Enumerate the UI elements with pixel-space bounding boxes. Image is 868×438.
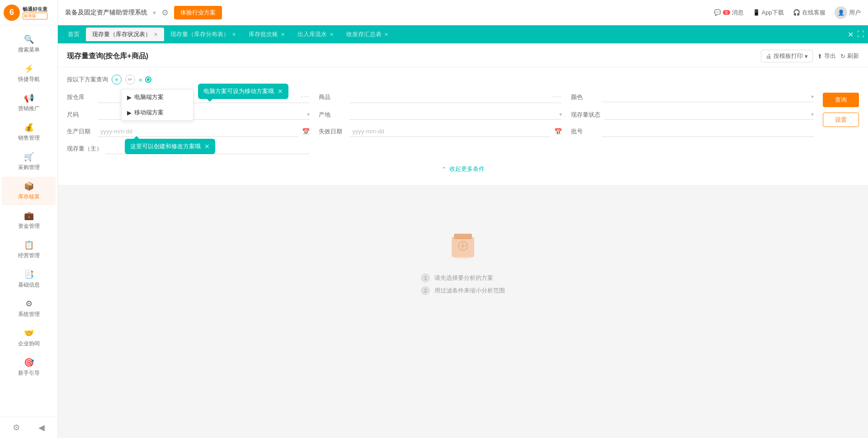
filter-product-control[interactable]: ··· — [349, 91, 561, 103]
search-nav-icon: 🔍 — [24, 34, 34, 44]
sidebar-nav: 🔍 搜索菜单 ⚡ 快捷导航 📢 营销推广 💰 销售管理 🛒 采购管理 📦 库存核… — [0, 25, 57, 417]
product-dots-icon[interactable]: ··· — [553, 93, 561, 101]
tab-close-all-icon[interactable]: ✕ — [848, 30, 854, 39]
sidebar-label-quick-nav: 快捷导航 — [18, 75, 40, 83]
export-label: 导出 — [824, 52, 836, 60]
sidebar-item-system[interactable]: ⚙ 系统管理 — [2, 294, 56, 323]
tab-inout-flow[interactable]: 出入库流水 ✕ — [291, 28, 340, 41]
tab-label-batch-account: 库存批次账 — [249, 30, 278, 38]
filter-area: 按以下方案查询 + ✏ « 电脑方案可设为移动方案哦 ✕ ▶ 电脑端方案 — [58, 67, 868, 185]
empty-step-2: 2 用过滤条件来缩小分析范围 — [421, 286, 505, 295]
filter-dot-indicator — [146, 77, 151, 82]
warehouse-dots-icon[interactable]: ··· — [301, 93, 310, 101]
sidebar-item-cooperation[interactable]: 🤝 企业协同 — [2, 324, 56, 352]
size-chevron-icon[interactable]: ▾ — [307, 111, 310, 118]
sidebar-item-inventory[interactable]: 📦 库存核算 — [2, 177, 56, 205]
scheme-desktop-label: 电脑端方案 — [134, 93, 164, 101]
content-area: 现存量查询(按仓库+商品) 🖨 按模板打印 ▾ ⬆ 导出 ↻ 刷新 — [58, 43, 868, 438]
sidebar-item-operations[interactable]: 📋 经营管理 — [2, 235, 56, 264]
scheme-mobile[interactable]: ▶ 移动端方案 — [122, 105, 193, 120]
sidebar: 6 畅通好生意 标准版 🔍 搜索菜单 ⚡ 快捷导航 📢 营销推广 💰 销售管理 … — [0, 0, 58, 438]
tab-home[interactable]: 首页 — [61, 28, 86, 41]
topbar-message[interactable]: 💬 6 消息 — [714, 9, 744, 17]
expire-date-calendar-icon[interactable]: 📅 — [554, 128, 562, 135]
industry-btn[interactable]: 体验行业方案 — [174, 6, 222, 19]
filter-expire-date-input[interactable] — [349, 126, 550, 137]
app-badge: 标准版 — [23, 13, 47, 19]
filter-produce-date-input[interactable] — [98, 126, 298, 137]
filter-field-batch-no: 批号 — [571, 126, 814, 137]
sidebar-label-finance: 资金管理 — [18, 222, 40, 230]
empty-illustration — [440, 221, 486, 266]
tooltip-scheme-close[interactable]: ✕ — [278, 88, 283, 95]
color-chevron-icon[interactable]: ▾ — [811, 94, 814, 100]
refresh-button[interactable]: ↻ 刷新 — [840, 52, 859, 60]
collapse-up-icon: ⌃ — [442, 166, 447, 173]
system-name: 装备及固定资产辅助管理系统 — [65, 9, 147, 17]
sidebar-item-quick-nav[interactable]: ⚡ 快捷导航 — [2, 59, 56, 88]
tab-close-batch-account[interactable]: ✕ — [281, 32, 285, 38]
topbar-online-service[interactable]: 🎧 在线客服 — [793, 9, 826, 17]
origin-chevron-icon[interactable]: ▾ — [559, 111, 562, 118]
tab-close-inventory-dist[interactable]: ✕ — [232, 32, 236, 38]
tooltip-create-hint: 这里可以创建和修改方案哦 ✕ — [125, 139, 215, 154]
inv-status-chevron-icon[interactable]: ▾ — [811, 111, 814, 118]
tab-fullscreen-icon[interactable]: ⛶ — [857, 30, 864, 38]
refresh-label: 刷新 — [847, 52, 859, 60]
sidebar-item-base-info[interactable]: 📑 基础信息 — [2, 265, 56, 293]
scheme-desktop[interactable]: ▶ 电脑端方案 — [122, 89, 193, 105]
tab-recv-summary[interactable]: 收发存汇总表 ✕ — [340, 28, 395, 41]
topbar-user[interactable]: 👤 用户 — [835, 6, 861, 19]
scheme-mobile-label: 移动端方案 — [134, 108, 164, 117]
settings-icon[interactable]: ⚙ — [13, 423, 20, 433]
topbar-app-download[interactable]: 📱 App下载 — [753, 9, 784, 17]
sidebar-item-purchase[interactable]: 🛒 采购管理 — [2, 147, 56, 176]
sidebar-item-marketing[interactable]: 📢 营销推广 — [2, 89, 56, 117]
filter-color-control[interactable]: ▾ — [602, 92, 814, 102]
tooltip-create-close[interactable]: ✕ — [204, 143, 210, 150]
sidebar-bottom: ⚙ ◀ — [0, 417, 57, 438]
filter-inv-status-control[interactable]: ▾ — [604, 109, 814, 120]
filter-add-button[interactable]: + — [112, 75, 122, 85]
topbar-settings-icon[interactable]: ⚙ — [161, 8, 169, 18]
export-button[interactable]: ⬆ 导出 — [817, 52, 836, 60]
filter-label-warehouse: 按仓库 — [67, 93, 94, 101]
tab-close-recv-summary[interactable]: ✕ — [384, 32, 388, 38]
sidebar-item-guide[interactable]: 🎯 新手引导 — [2, 353, 56, 381]
filter-edit-button[interactable]: ✏ — [125, 75, 135, 85]
empty-state: 1 请先选择要分析的方案 2 用过滤条件来缩小分析范围 — [58, 185, 868, 331]
search-button[interactable]: 查询 — [823, 93, 859, 107]
filter-label-product: 商品 — [319, 93, 346, 101]
produce-date-calendar-icon[interactable]: 📅 — [302, 128, 310, 135]
sidebar-label-operations: 经营管理 — [18, 252, 40, 259]
filter-back-button[interactable]: « — [139, 76, 142, 83]
filter-label-produce-date: 生产日期 — [67, 127, 94, 136]
tab-inventory-dist[interactable]: 现存量（库存分布表） ✕ — [164, 28, 242, 41]
filter-field-inv-status: 现存量状态 ▾ — [571, 109, 814, 120]
collapse-sidebar-icon[interactable]: ◀ — [38, 423, 45, 433]
message-label: 消息 — [732, 9, 744, 17]
collapse-bar[interactable]: ⌃ 收起更多条件 — [67, 160, 859, 178]
template-print-label: 按模板打印 — [774, 52, 803, 60]
phone-icon: 📱 — [753, 9, 760, 16]
tab-close-inventory-status[interactable]: ✕ — [154, 32, 158, 38]
tab-batch-account[interactable]: 库存批次账 ✕ — [242, 28, 291, 41]
tab-inventory-status[interactable]: 现存量（库存状况表） ✕ — [86, 28, 164, 41]
sidebar-item-sales[interactable]: 💰 销售管理 — [2, 118, 56, 146]
sidebar-item-finance[interactable]: 💼 资金管理 — [2, 206, 56, 235]
purchase-icon: 🛒 — [24, 152, 34, 162]
page-actions: 🖨 按模板打印 ▾ ⬆ 导出 ↻ 刷新 — [761, 50, 859, 62]
reset-button[interactable]: 设置 — [823, 113, 859, 127]
sidebar-label-sales: 销售管理 — [18, 134, 40, 142]
filter-batch-no-input[interactable] — [602, 126, 814, 137]
filter-origin-control[interactable]: ▾ — [349, 109, 561, 120]
template-dropdown-icon[interactable]: ▾ — [805, 53, 808, 60]
filter-label-origin: 产地 — [319, 111, 346, 119]
message-icon: 💬 — [714, 9, 721, 16]
template-print-button[interactable]: 🖨 按模板打印 ▾ — [761, 50, 813, 62]
sidebar-item-search[interactable]: 🔍 搜索菜单 — [2, 30, 56, 58]
topbar: 装备及固定资产辅助管理系统 ▾ ⚙ 体验行业方案 💬 6 消息 📱 App下载 … — [58, 0, 868, 25]
user-label: 用户 — [849, 9, 861, 17]
tab-close-inout-flow[interactable]: ✕ — [330, 32, 334, 38]
topbar-dropdown-icon[interactable]: ▾ — [153, 9, 156, 16]
